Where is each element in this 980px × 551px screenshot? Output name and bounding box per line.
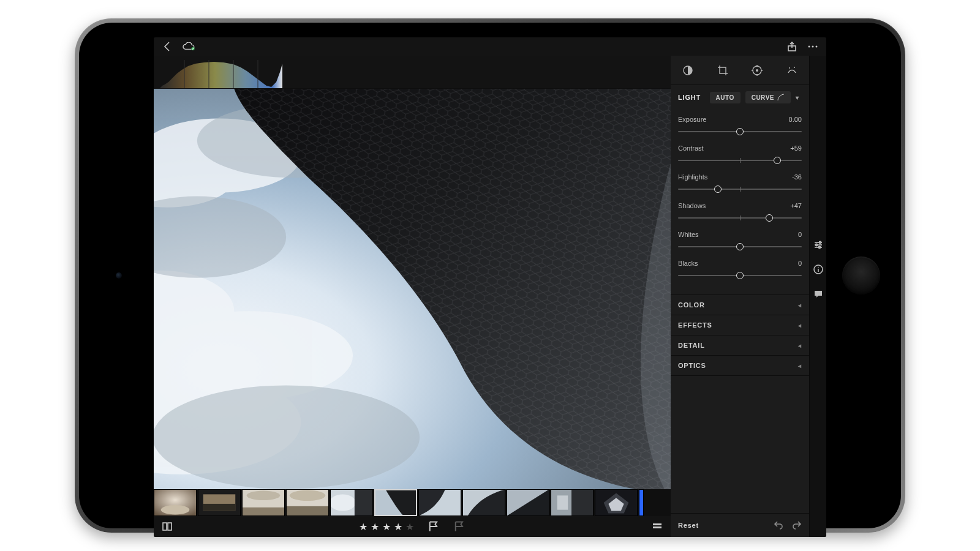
adjust-rail-button[interactable] <box>813 239 824 250</box>
svg-point-50 <box>756 69 758 72</box>
chevron-left-icon: ◂ <box>798 322 802 329</box>
svg-rect-46 <box>653 523 662 525</box>
chevron-left-icon: ◂ <box>798 302 802 309</box>
filmstrip-thumb[interactable] <box>551 489 594 516</box>
slider-label: Exposure <box>678 116 706 123</box>
more-button[interactable] <box>807 40 819 53</box>
slider-value: 0 <box>798 231 802 238</box>
slider-knob[interactable] <box>714 186 722 193</box>
canvas-area: ★★★★★ <box>154 56 671 537</box>
filmstrip-thumb[interactable] <box>242 489 285 516</box>
reset-button[interactable]: Reset <box>678 522 699 529</box>
slider-highlights[interactable]: Highlights-36 <box>678 173 802 193</box>
star-5[interactable]: ★ <box>405 521 414 533</box>
filmstrip-thumb[interactable] <box>154 489 197 516</box>
filmstrip-thumb[interactable] <box>462 489 505 516</box>
chevron-left-icon: ◂ <box>798 342 802 349</box>
section-label: OPTICS <box>678 362 706 369</box>
light-sliders: Exposure0.00Contrast+59Highlights-36Shad… <box>671 110 809 295</box>
light-title: LIGHT <box>678 94 701 101</box>
undo-button[interactable] <box>774 520 783 531</box>
star-2[interactable]: ★ <box>371 521 379 533</box>
filmstrip-thumb[interactable] <box>595 489 638 516</box>
filmstrip-thumb[interactable] <box>418 489 461 516</box>
filmstrip-thumb[interactable] <box>374 489 417 516</box>
share-button[interactable] <box>786 40 798 53</box>
star-rating[interactable]: ★★★★★ <box>359 521 414 533</box>
curve-button[interactable]: CURVE <box>745 91 791 103</box>
section-effects[interactable]: EFFECTS◂ <box>671 315 809 335</box>
light-section-header[interactable]: LIGHT AUTO CURVE ▾ <box>671 85 809 110</box>
redo-button[interactable] <box>792 520 802 531</box>
presets-tool-icon[interactable] <box>750 63 764 78</box>
slider-label: Highlights <box>678 173 707 181</box>
star-4[interactable]: ★ <box>394 521 402 533</box>
heal-tool-icon[interactable] <box>785 63 799 78</box>
edit-tool-icon[interactable] <box>680 63 695 78</box>
svg-point-65 <box>818 267 819 268</box>
slider-knob[interactable] <box>736 272 744 279</box>
tool-row <box>671 56 809 85</box>
slider-label: Shadows <box>678 202 706 209</box>
back-button[interactable] <box>161 40 173 53</box>
slider-exposure[interactable]: Exposure0.00 <box>678 116 802 136</box>
slider-value: 0.00 <box>789 116 802 123</box>
slider-contrast[interactable]: Contrast+59 <box>678 144 802 165</box>
cloud-sync-icon[interactable] <box>182 42 195 51</box>
histogram[interactable] <box>154 56 671 89</box>
svg-point-4 <box>812 46 814 48</box>
filmstrip-thumb[interactable] <box>330 489 373 516</box>
crop-tool-icon[interactable] <box>715 63 730 78</box>
tablet-bezel: ★★★★★ <box>79 23 901 528</box>
bottom-bar: ★★★★★ <box>154 516 671 537</box>
slider-knob[interactable] <box>766 214 773 222</box>
chevron-left-icon: ◂ <box>798 362 802 369</box>
svg-rect-40 <box>557 495 568 509</box>
svg-point-55 <box>789 67 790 69</box>
auto-button[interactable]: AUTO <box>710 92 741 103</box>
svg-rect-47 <box>653 527 662 528</box>
comments-rail-button[interactable] <box>813 288 824 299</box>
slider-shadows[interactable]: Shadows+47 <box>678 202 802 222</box>
slider-value: +47 <box>790 202 802 209</box>
svg-point-19 <box>154 385 420 489</box>
slider-label: Blacks <box>678 260 698 267</box>
slider-label: Whites <box>678 231 699 238</box>
flag-pick-button[interactable] <box>428 520 440 533</box>
slider-blacks[interactable]: Blacks0 <box>678 260 802 280</box>
svg-point-3 <box>809 46 810 48</box>
filmstrip-thumb[interactable] <box>286 489 329 516</box>
svg-rect-30 <box>287 506 328 515</box>
edit-panel: LIGHT AUTO CURVE ▾ Exposure0.00Contrast+… <box>671 56 826 537</box>
svg-rect-39 <box>571 490 593 515</box>
info-rail-button[interactable] <box>813 264 824 275</box>
section-optics[interactable]: OPTICS◂ <box>671 356 809 376</box>
tablet-device: ★★★★★ <box>75 18 905 533</box>
light-collapse-caret[interactable]: ▾ <box>796 94 802 101</box>
slider-knob[interactable] <box>736 128 744 135</box>
sort-button[interactable] <box>651 520 663 533</box>
app-screen: ★★★★★ <box>154 37 826 537</box>
filmstrip[interactable] <box>154 489 671 516</box>
flag-reject-button[interactable] <box>453 520 466 533</box>
slider-whites[interactable]: Whites0 <box>678 231 802 251</box>
section-detail[interactable]: DETAIL◂ <box>671 335 809 356</box>
slider-value: 0 <box>798 260 802 267</box>
section-color[interactable]: COLOR◂ <box>671 295 809 315</box>
filmstrip-thumb[interactable] <box>507 489 549 516</box>
star-1[interactable]: ★ <box>359 521 368 533</box>
photo-image <box>154 89 671 489</box>
photo-viewport[interactable] <box>154 89 671 489</box>
slider-knob[interactable] <box>774 157 781 164</box>
filmstrip-end-marker <box>639 489 644 516</box>
slider-knob[interactable] <box>736 243 744 250</box>
svg-point-56 <box>794 67 795 68</box>
compare-button[interactable] <box>161 520 173 533</box>
star-3[interactable]: ★ <box>382 521 391 533</box>
top-bar <box>154 37 826 56</box>
svg-rect-45 <box>168 523 172 530</box>
svg-point-32 <box>331 494 356 511</box>
curve-label: CURVE <box>752 94 774 101</box>
home-button[interactable] <box>842 257 880 294</box>
filmstrip-thumb[interactable] <box>198 489 241 516</box>
